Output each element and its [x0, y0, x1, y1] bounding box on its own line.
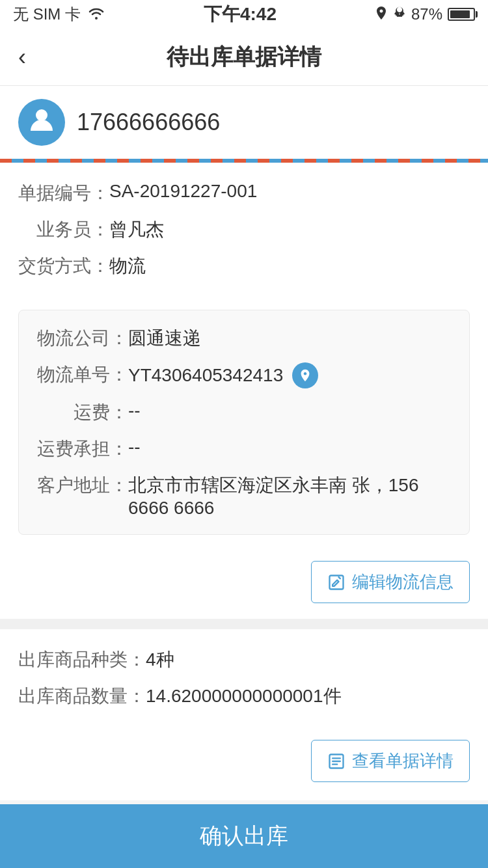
status-right: 87% [375, 5, 475, 23]
svg-rect-1 [330, 575, 344, 589]
customer-header: 17666666666 [0, 86, 488, 159]
sales-person-value: 曾凡杰 [109, 217, 470, 242]
order-info-section: 单据编号： SA-20191227-001 业务员： 曾凡杰 交货方式： 物流 [0, 163, 488, 297]
freight-row: 运费： -- [37, 400, 451, 425]
confirm-button-wrapper: 确认出库 [0, 804, 488, 868]
delivery-method-label: 交货方式： [18, 254, 109, 278]
logistics-company-row: 物流公司： 圆通速递 [37, 326, 451, 351]
page-title: 待出库单据详情 [167, 42, 321, 72]
nav-bar: ‹ 待出库单据详情 [0, 29, 488, 86]
wifi-icon [87, 5, 105, 23]
view-detail-label: 查看单据详情 [352, 750, 454, 772]
view-detail-row: 查看单据详情 [0, 727, 488, 800]
user-icon [28, 106, 55, 139]
svg-point-0 [36, 109, 47, 121]
avatar [18, 99, 65, 146]
freight-value: -- [128, 400, 451, 421]
logistics-tracking-label: 物流单号： [37, 362, 128, 387]
logistics-company-label: 物流公司： [37, 326, 128, 351]
logistics-company-value: 圆通速递 [128, 326, 451, 351]
logistics-card: 物流公司： 圆通速递 物流单号： YT4306405342413 [18, 310, 470, 535]
address-row: 客户地址： 北京市市辖区海淀区永丰南 张，156 6666 6666 [37, 473, 451, 519]
logistics-tracking-row: 物流单号： YT4306405342413 [37, 362, 451, 388]
status-left: 无 SIM 卡 [13, 4, 105, 25]
battery-percentage: 87% [411, 5, 442, 23]
sales-person-row: 业务员： 曾凡杰 [18, 217, 470, 242]
view-detail-button[interactable]: 查看单据详情 [311, 740, 470, 782]
confirm-label: 确认出库 [200, 821, 288, 851]
status-time: 下午4:42 [204, 2, 277, 27]
edit-logistics-button[interactable]: 编辑物流信息 [311, 561, 470, 603]
logistics-tracking-value: YT4306405342413 [128, 362, 451, 388]
order-no-value: SA-20191227-001 [109, 181, 470, 202]
tracking-location-icon[interactable] [292, 362, 318, 388]
customer-phone: 17666666666 [77, 109, 220, 136]
back-button[interactable]: ‹ [18, 44, 26, 71]
freight-label: 运费： [37, 400, 128, 425]
delivery-method-row: 交货方式： 物流 [18, 254, 470, 278]
tracking-no-text: YT4306405342413 [128, 365, 283, 386]
goods-quantity-row: 出库商品数量： 14.620000000000001件 [18, 684, 470, 709]
delivery-method-value: 物流 [109, 254, 470, 278]
goods-types-label: 出库商品种类： [18, 647, 146, 672]
alarm-icon [393, 5, 406, 23]
address-value: 北京市市辖区海淀区永丰南 张，156 6666 6666 [128, 473, 451, 519]
freight-bearer-value: -- [128, 437, 451, 457]
battery-icon [448, 8, 475, 21]
section-divider [0, 619, 488, 629]
goods-section: 出库商品种类： 4种 出库商品数量： 14.620000000000001件 [0, 629, 488, 727]
freight-bearer-row: 运费承担： -- [37, 437, 451, 461]
sales-person-label: 业务员： [18, 217, 109, 242]
freight-bearer-label: 运费承担： [37, 437, 128, 461]
location-service-icon [375, 5, 388, 23]
goods-types-value: 4种 [146, 647, 174, 672]
goods-quantity-value: 14.620000000000001件 [146, 684, 342, 709]
carrier-text: 无 SIM 卡 [13, 4, 81, 25]
goods-quantity-label: 出库商品数量： [18, 684, 146, 709]
edit-logistics-label: 编辑物流信息 [352, 571, 454, 593]
status-bar: 无 SIM 卡 下午4:42 87% [0, 0, 488, 29]
address-label: 客户地址： [37, 473, 128, 498]
order-no-label: 单据编号： [18, 181, 109, 206]
edit-logistics-row: 编辑物流信息 [0, 548, 488, 603]
confirm-button[interactable]: 确认出库 [0, 804, 488, 868]
goods-types-row: 出库商品种类： 4种 [18, 647, 470, 672]
order-no-row: 单据编号： SA-20191227-001 [18, 181, 470, 206]
